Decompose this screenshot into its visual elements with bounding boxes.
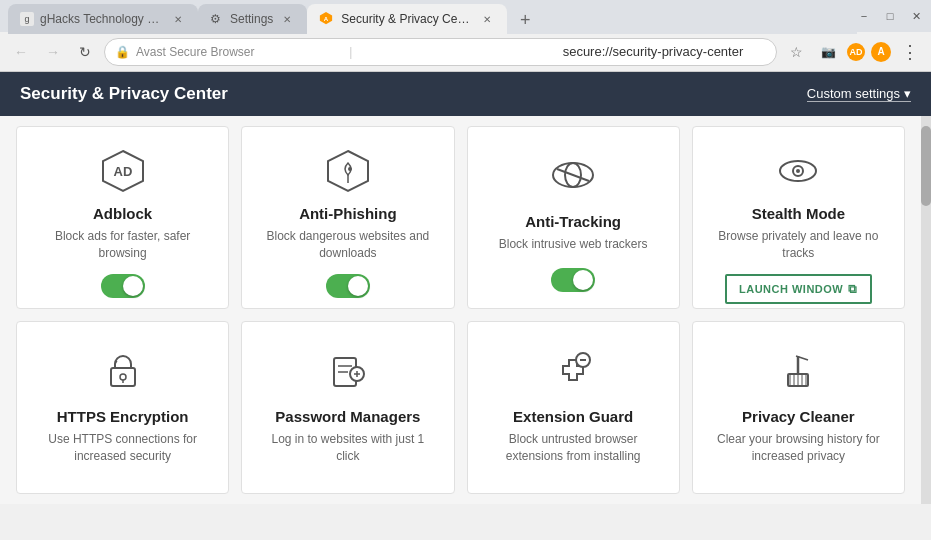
stealth-icon bbox=[770, 147, 826, 195]
card-adblock: AD Adblock Block ads for faster, safer b… bbox=[16, 126, 229, 309]
card-password: Password Managers Log in to websites wit… bbox=[241, 321, 454, 494]
scrollbar-thumb[interactable] bbox=[921, 126, 931, 206]
svg-point-14 bbox=[120, 374, 126, 380]
privacy-icon bbox=[770, 342, 826, 398]
antiphishing-desc: Block dangerous websites and downloads bbox=[258, 228, 437, 262]
tab-bar: g gHacks Technology New... ✕ ⚙ Settings … bbox=[8, 0, 857, 34]
privacy-title: Privacy Cleaner bbox=[742, 408, 855, 425]
tab3-favicon: A bbox=[319, 11, 335, 27]
antitracking-action: ✓ bbox=[551, 268, 595, 292]
svg-text:AD: AD bbox=[113, 164, 132, 179]
antiphishing-icon bbox=[320, 147, 376, 195]
content-area: AD Adblock Block ads for faster, safer b… bbox=[0, 116, 931, 504]
adblock-title: Adblock bbox=[93, 205, 152, 222]
extension-icon bbox=[545, 342, 601, 398]
tab2-label: Settings bbox=[230, 12, 273, 26]
svg-marker-4 bbox=[328, 151, 368, 191]
address-url: secure://security-privacy-center bbox=[563, 44, 766, 59]
svg-rect-13 bbox=[111, 368, 135, 386]
custom-settings-label: Custom settings bbox=[807, 86, 900, 101]
page-title: Security & Privacy Center bbox=[20, 84, 228, 104]
address-bar: ← → ↻ 🔒 Avast Secure Browser | secure://… bbox=[0, 32, 931, 72]
browser-content: Security & Privacy Center Custom setting… bbox=[0, 72, 931, 504]
stealth-title: Stealth Mode bbox=[752, 205, 845, 222]
antitracking-icon bbox=[545, 147, 601, 203]
extension-title: Extension Guard bbox=[513, 408, 633, 425]
maximize-button[interactable]: □ bbox=[883, 9, 897, 23]
card-https: HTTPS Encryption Use HTTPS connections f… bbox=[16, 321, 229, 494]
app-header: Security & Privacy Center Custom setting… bbox=[0, 72, 931, 116]
address-separator: | bbox=[349, 45, 552, 59]
bookmark-icon[interactable]: ☆ bbox=[783, 39, 809, 65]
toolbar-icons: ☆ 📷 AD A ⋮ bbox=[783, 39, 923, 65]
tab-security[interactable]: A Security & Privacy Cente... ✕ bbox=[307, 4, 507, 34]
card-extension: Extension Guard Block untrusted browser … bbox=[467, 321, 680, 494]
card-stealth: Stealth Mode Browse privately and leave … bbox=[692, 126, 905, 309]
camera-icon[interactable]: 📷 bbox=[815, 39, 841, 65]
card-privacy: Privacy Cleaner Clear your browsing hist… bbox=[692, 321, 905, 494]
password-icon bbox=[320, 342, 376, 398]
launch-window-label: LAUNCH WINDOW bbox=[739, 283, 843, 295]
adblock-desc: Block ads for faster, safer browsing bbox=[33, 228, 212, 262]
adblock-toggle[interactable]: ✓ bbox=[101, 274, 145, 298]
antitracking-desc: Block intrusive web trackers bbox=[499, 236, 648, 256]
tab-settings[interactable]: ⚙ Settings ✕ bbox=[198, 4, 307, 34]
custom-settings-button[interactable]: Custom settings ▾ bbox=[807, 86, 911, 102]
reload-button[interactable]: ↻ bbox=[72, 39, 98, 65]
address-prefix: Avast Secure Browser bbox=[136, 45, 339, 59]
svg-line-9 bbox=[557, 169, 589, 181]
scrollbar[interactable] bbox=[921, 116, 931, 504]
privacy-desc: Clear your browsing history for increase… bbox=[709, 431, 888, 465]
stealth-action: LAUNCH WINDOW ⧉ bbox=[725, 274, 872, 304]
https-icon bbox=[95, 342, 151, 398]
minimize-button[interactable]: − bbox=[857, 9, 871, 23]
toggle-knob3 bbox=[573, 270, 593, 290]
toggle-knob2 bbox=[348, 276, 368, 296]
forward-button[interactable]: → bbox=[40, 39, 66, 65]
svg-point-12 bbox=[796, 169, 800, 173]
tab2-close[interactable]: ✕ bbox=[279, 11, 295, 27]
tab3-close[interactable]: ✕ bbox=[479, 11, 495, 27]
title-bar: g gHacks Technology New... ✕ ⚙ Settings … bbox=[0, 0, 931, 32]
adblock-icon: AD bbox=[95, 147, 151, 195]
tab1-favicon: g bbox=[20, 12, 34, 26]
tab1-close[interactable]: ✕ bbox=[170, 11, 186, 27]
svg-point-6 bbox=[348, 167, 352, 171]
tab3-label: Security & Privacy Cente... bbox=[341, 12, 473, 26]
tab1-label: gHacks Technology New... bbox=[40, 12, 164, 26]
lock-icon: 🔒 bbox=[115, 45, 130, 59]
cards-grid: AD Adblock Block ads for faster, safer b… bbox=[0, 116, 921, 504]
launch-window-button[interactable]: LAUNCH WINDOW ⧉ bbox=[725, 274, 872, 304]
extension-desc: Block untrusted browser extensions from … bbox=[484, 431, 663, 465]
menu-icon[interactable]: ⋮ bbox=[897, 39, 923, 65]
adblock-action: ✓ bbox=[101, 274, 145, 298]
adblock-toolbar-icon[interactable]: AD bbox=[847, 43, 865, 61]
toggle-knob bbox=[123, 276, 143, 296]
antitracking-toggle[interactable]: ✓ bbox=[551, 268, 595, 292]
card-antiphishing: Anti-Phishing Block dangerous websites a… bbox=[241, 126, 454, 309]
launch-external-icon: ⧉ bbox=[848, 282, 858, 296]
back-button[interactable]: ← bbox=[8, 39, 34, 65]
chevron-down-icon: ▾ bbox=[904, 86, 911, 101]
address-input[interactable]: 🔒 Avast Secure Browser | secure://securi… bbox=[104, 38, 777, 66]
password-title: Password Managers bbox=[275, 408, 420, 425]
tab-ghacks[interactable]: g gHacks Technology New... ✕ bbox=[8, 4, 198, 34]
password-desc: Log in to websites with just 1 click bbox=[258, 431, 437, 465]
antitracking-title: Anti-Tracking bbox=[525, 213, 621, 230]
svg-text:A: A bbox=[324, 15, 329, 22]
avast-toolbar-icon[interactable]: A bbox=[871, 42, 891, 62]
antiphishing-title: Anti-Phishing bbox=[299, 205, 397, 222]
window-controls: − □ ✕ bbox=[857, 9, 923, 23]
card-antitracking: Anti-Tracking Block intrusive web tracke… bbox=[467, 126, 680, 309]
antiphishing-action: ✓ bbox=[326, 274, 370, 298]
close-button[interactable]: ✕ bbox=[909, 9, 923, 23]
stealth-desc: Browse privately and leave no tracks bbox=[709, 228, 888, 262]
new-tab-button[interactable]: + bbox=[511, 6, 539, 34]
tab2-favicon: ⚙ bbox=[210, 12, 224, 26]
https-desc: Use HTTPS connections for increased secu… bbox=[33, 431, 212, 465]
https-title: HTTPS Encryption bbox=[57, 408, 189, 425]
antiphishing-toggle[interactable]: ✓ bbox=[326, 274, 370, 298]
